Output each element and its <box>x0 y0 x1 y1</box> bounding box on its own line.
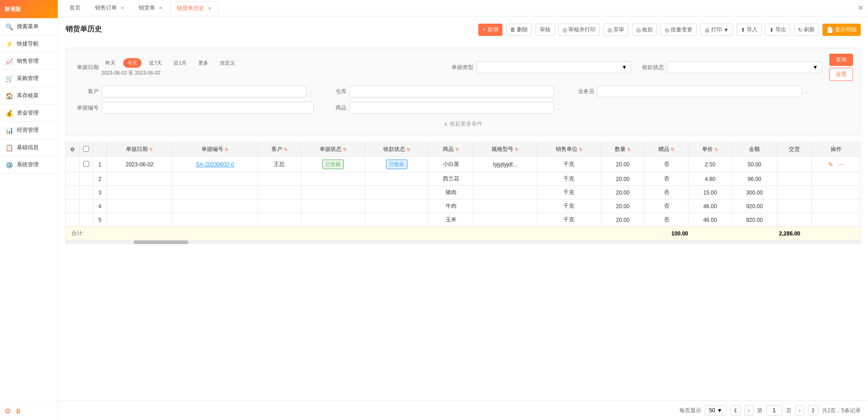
date-chip-custom[interactable]: 自定义 <box>216 58 239 68</box>
row-paystatus <box>365 186 428 200</box>
filter-warehouse: 仓库 ... <box>321 85 562 97</box>
sidebar-item-quick-nav[interactable]: ⚡ 快捷导航 <box>0 35 58 53</box>
row-spec: tyjyjtyjdf... <box>473 157 537 172</box>
tab-sales-goods-close[interactable]: ✕ <box>159 5 162 10</box>
row-select-checkbox[interactable] <box>83 161 89 167</box>
unitprice-column-header[interactable]: 单价 ⇅ <box>688 142 732 157</box>
delete-button[interactable]: 🗑 删除 <box>506 24 532 36</box>
row-checkbox[interactable] <box>80 157 93 172</box>
gear-column-header[interactable]: ⚙ <box>66 142 80 157</box>
table-header-row: ⚙ 单据日期 ⇅ 单据编号 ⇅ <box>66 142 861 157</box>
sidebar-item-purchase-mgmt[interactable]: 🛒 采购管理 <box>0 70 58 87</box>
import-button[interactable]: ⬆ 导入 <box>737 24 762 36</box>
row-salesunit: 千克 <box>537 157 601 172</box>
salesunit-column-header[interactable]: 销售单位 ⇅ <box>537 142 601 157</box>
qty-column-header[interactable]: 数量 ⇅ <box>601 142 645 157</box>
audit-button[interactable]: 审核 <box>536 24 555 36</box>
table-row: 5 玉米 千克 20.00 否 46.00 920.00 <box>66 213 861 227</box>
filter-goods-input[interactable] <box>349 102 554 114</box>
select-all-checkbox[interactable] <box>83 146 89 152</box>
date-chip-today[interactable]: 今天 <box>123 58 141 68</box>
date-chip-more[interactable]: 更多 <box>194 58 212 68</box>
tab-sales-history[interactable]: 销货单历史 ✕ <box>170 1 218 15</box>
tab-close-all-button[interactable]: ✕ <box>858 4 863 12</box>
batch-change-button[interactable]: ◎ 批量变更 <box>661 24 697 36</box>
sidebar-settings-icon[interactable]: ⚙ <box>5 407 11 415</box>
print-button[interactable]: 🖨 打印 ▼ <box>700 24 733 36</box>
new-button[interactable]: + 新增 <box>478 24 502 36</box>
filter-warehouse-dots[interactable]: ... <box>557 88 562 95</box>
row-salesunit: 千克 <box>537 186 601 200</box>
settings-button[interactable]: 设置 <box>829 68 853 81</box>
collapse-button[interactable]: ∧ 收起更多条件 <box>73 118 853 130</box>
filter-customer-input[interactable] <box>101 85 306 97</box>
sidebar-bottom: ⚙ ⏸ <box>0 402 58 420</box>
filter-doc-type-select[interactable]: ▼ <box>476 61 632 73</box>
row-qty: 20.00 <box>601 157 645 172</box>
sidebar-item-operation[interactable]: 📊 经营管理 <box>0 122 58 139</box>
last-page-button[interactable]: ⟫ <box>808 405 818 415</box>
paystatus-column-header[interactable]: 收款状态 ⇅ <box>365 142 428 157</box>
abandon-button[interactable]: ◎ 弃审 <box>603 24 628 36</box>
query-button[interactable]: 查询 <box>829 54 853 66</box>
sidebar-item-basic-info[interactable]: 📋 基础信息 <box>0 139 58 156</box>
first-page-button[interactable]: ⟪ <box>730 405 741 415</box>
page-number-input[interactable] <box>766 405 783 415</box>
filter-salesman-input[interactable] <box>597 85 802 97</box>
row-goods: 牛肉 <box>429 200 473 213</box>
docno-column-header[interactable]: 单据编号 ⇅ <box>172 142 257 157</box>
checkbox-column-header[interactable] <box>80 142 93 157</box>
tab-sales-history-close[interactable]: ✕ <box>208 6 211 11</box>
page-suffix: 页 <box>786 407 792 415</box>
date-chip-7days[interactable]: 近7天 <box>145 58 166 68</box>
spec-column-header[interactable]: 规格型号 ⇅ <box>473 142 537 157</box>
refresh-button[interactable]: ↻ 刷新 <box>794 24 819 36</box>
edit-button[interactable]: ✎ <box>828 161 833 168</box>
prev-page-button[interactable]: ‹ <box>744 405 753 415</box>
tab-home[interactable]: 首页 <box>63 1 87 15</box>
collapse-icon: ∧ <box>444 121 448 127</box>
spec-sort-icon: ⇅ <box>515 147 518 152</box>
tab-sales-goods[interactable]: 销货单 ✕ <box>132 1 169 15</box>
date-chip-1month[interactable]: 近1月 <box>170 58 191 68</box>
table-row: 1 2023-06-02 SA-20230602-0 王总 已生效 已收款 小白… <box>66 157 861 172</box>
customer-column-header[interactable]: 客户 ⇅ <box>257 142 301 157</box>
date-column-header[interactable]: 单据日期 ⇅ <box>107 142 173 157</box>
sidebar-item-sales-mgmt[interactable]: 📈 销售管理 <box>0 53 58 70</box>
per-page-select[interactable]: 50 ▼ <box>705 405 726 415</box>
gift-column-header[interactable]: 赠品 ⇅ <box>645 142 688 157</box>
row-unitprice: 4.80 <box>688 172 732 186</box>
filter-pay-status-select[interactable]: ▼ <box>667 61 822 73</box>
filter-salesman-dots[interactable]: ... <box>805 88 809 95</box>
scrollbar-thumb[interactable] <box>134 240 188 244</box>
filter-goods-dots[interactable]: ... <box>557 105 562 111</box>
tab-sales-order-close[interactable]: ✕ <box>120 5 124 10</box>
export-button[interactable]: ⬇ 导出 <box>765 24 790 36</box>
sidebar-toggle-icon[interactable]: ⏸ <box>15 407 22 415</box>
date-chip-yesterday[interactable]: 昨天 <box>101 58 120 68</box>
row-no: 4 <box>93 200 107 213</box>
filter-customer-dots[interactable]: ... <box>309 88 314 95</box>
next-page-button[interactable]: › <box>795 405 804 415</box>
row-customer <box>257 186 301 200</box>
show-detail-button[interactable]: 📄 显示明细 <box>823 24 861 36</box>
sidebar-item-sys-mgmt[interactable]: ⚙️ 系统管理 <box>0 156 58 174</box>
sidebar-item-search-menu[interactable]: 🔍 搜索菜单 <box>0 18 58 35</box>
unitprice-sort-icon: ⇅ <box>714 147 718 152</box>
filter-doc-no-input[interactable] <box>101 102 314 114</box>
tab-sales-order[interactable]: 销售订单 ✕ <box>88 1 131 15</box>
sidebar-item-finance[interactable]: 💰 资金管理 <box>0 105 58 122</box>
sidebar-item-inventory[interactable]: 🏠 库存核算 <box>0 87 58 105</box>
more-button[interactable]: ⋯ <box>838 161 844 168</box>
audit-print-button[interactable]: ◎ 审核并打印 <box>558 24 600 36</box>
row-qty: 20.00 <box>601 200 645 213</box>
collect-button[interactable]: ◎ 收款 <box>632 24 657 36</box>
docstatus-column-header[interactable]: 单据状态 ⇅ <box>301 142 365 157</box>
tab-sales-goods-label: 销货单 <box>139 4 155 12</box>
row-docno[interactable]: SA-20230602-0 <box>172 157 257 172</box>
filter-warehouse-input[interactable] <box>349 85 554 97</box>
horizontal-scrollbar[interactable] <box>65 240 861 244</box>
row-qty: 20.00 <box>601 172 645 186</box>
goods-column-header[interactable]: 商品 ⇅ <box>429 142 473 157</box>
row-ops: ✎ ⋯ <box>812 157 861 172</box>
